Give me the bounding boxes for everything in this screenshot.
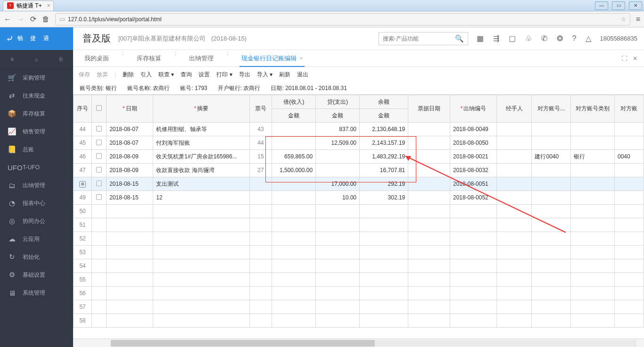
table-row[interactable]: 51 bbox=[74, 218, 644, 232]
table-row[interactable]: 442018-08-07机修用割锯、轴承等43837.002,130,648.1… bbox=[74, 123, 644, 136]
table-row[interactable]: 492018-08-151210.00302.192018-08-0052 bbox=[74, 191, 644, 205]
table-row[interactable]: 54 bbox=[74, 259, 644, 273]
close-icon[interactable]: × bbox=[47, 2, 50, 9]
col-oppshort[interactable]: 对方账 bbox=[614, 95, 644, 123]
col-debit-amt[interactable]: 金额 bbox=[272, 109, 316, 123]
message-icon[interactable]: ▢ bbox=[509, 34, 516, 43]
gear-icon[interactable]: ✲ bbox=[79, 181, 86, 188]
table-row[interactable]: 472018-08-09收款直接收款 海尚骊湾271,500,000.0016,… bbox=[74, 164, 644, 177]
task-icon[interactable]: ⇶ bbox=[493, 34, 499, 43]
row-checkbox[interactable] bbox=[96, 167, 102, 173]
sidebar-item[interactable]: ↻初始化 bbox=[0, 248, 73, 266]
calendar-icon[interactable]: ▦ bbox=[477, 34, 484, 43]
row-checkbox[interactable] bbox=[96, 181, 102, 186]
content-tab[interactable]: 出纳管理 bbox=[187, 50, 215, 67]
sidebar-item[interactable]: 📈销售管理 bbox=[0, 123, 73, 140]
back-icon[interactable]: ← bbox=[4, 15, 11, 24]
expand-icon[interactable]: ⎘ bbox=[59, 56, 63, 63]
trash-icon[interactable]: 🗑 bbox=[42, 15, 50, 24]
save-button[interactable]: 保存 bbox=[79, 71, 90, 79]
search-input[interactable] bbox=[383, 35, 455, 42]
close-button[interactable]: ✕ bbox=[629, 1, 642, 10]
browser-tab[interactable]: T 畅捷通 T+ × bbox=[3, 0, 54, 11]
table-row[interactable]: 53 bbox=[74, 246, 644, 259]
print-button[interactable]: 打印 ▾ bbox=[216, 71, 232, 79]
reload-icon[interactable]: ⟳ bbox=[30, 15, 36, 24]
close-all-icon[interactable]: ✕ bbox=[633, 55, 637, 62]
row-checkbox[interactable] bbox=[96, 194, 102, 200]
support-icon[interactable]: ❂ bbox=[557, 34, 563, 43]
table-row[interactable]: ✲2018-08-15支出测试17,000.00292.192018-08-00… bbox=[74, 177, 644, 191]
discard-button[interactable]: 放弃 bbox=[97, 71, 108, 79]
sidebar-item[interactable]: ⚙基础设置 bbox=[0, 266, 73, 284]
help-icon[interactable]: ? bbox=[572, 34, 577, 43]
link-button[interactable]: 联查 ▾ bbox=[158, 71, 174, 79]
export-button[interactable]: 导出 bbox=[239, 71, 250, 79]
col-seq[interactable]: 序号 bbox=[74, 95, 92, 123]
table-row[interactable]: 57 bbox=[74, 300, 644, 314]
sidebar-item[interactable]: 📦库存核算 bbox=[0, 105, 73, 123]
app-logo[interactable]: ⤶ 畅 捷 通 bbox=[0, 27, 73, 50]
refresh-button[interactable]: 刷新 bbox=[279, 71, 290, 79]
fullscreen-icon[interactable]: ⛶ bbox=[621, 55, 627, 62]
sidebar-item[interactable]: 🛒采购管理 bbox=[0, 69, 73, 87]
maximize-button[interactable]: ▭ bbox=[612, 1, 625, 10]
table-row[interactable]: 452018-08-07付刘海军报账4412,509.002,143,157.1… bbox=[74, 136, 644, 150]
table-row[interactable]: 50 bbox=[74, 205, 644, 218]
row-checkbox[interactable] bbox=[96, 153, 102, 159]
table-row[interactable]: 52 bbox=[74, 232, 644, 246]
table-row[interactable]: 56 bbox=[74, 287, 644, 300]
url-input[interactable]: ▭ 127.0.0.1/tplus/view/portal/portal.htm… bbox=[55, 13, 630, 25]
forward-icon[interactable]: → bbox=[17, 15, 25, 24]
sidebar-item[interactable]: ◎协同办公 bbox=[0, 212, 73, 230]
col-opptype[interactable]: 对方账号类别 bbox=[571, 95, 615, 123]
search-box[interactable]: 🔍 bbox=[379, 32, 468, 45]
col-balance[interactable]: 余额 bbox=[360, 95, 408, 109]
sidebar-item[interactable]: ⇄往来现金 bbox=[0, 87, 73, 105]
col-oppacct[interactable]: 对方账号... bbox=[532, 95, 571, 123]
content-tab[interactable]: 我的桌面 bbox=[83, 50, 111, 67]
sidebar-item[interactable]: 🖥系统管理 bbox=[0, 284, 73, 302]
menu-toggle-icon[interactable]: ≡ bbox=[10, 56, 14, 63]
sidebar-search-icon[interactable]: ⌕ bbox=[35, 56, 38, 63]
col-date[interactable]: *日期 bbox=[107, 95, 153, 123]
col-debit[interactable]: 借(收入) bbox=[272, 95, 316, 109]
table-row[interactable]: 58 bbox=[74, 314, 644, 328]
col-cashier[interactable]: *出纳编号 bbox=[450, 95, 497, 123]
minimize-button[interactable]: — bbox=[595, 1, 608, 10]
sidebar-item[interactable]: 🗂出纳管理 bbox=[0, 176, 73, 194]
row-checkbox[interactable] bbox=[96, 126, 102, 132]
sidebar-item[interactable]: ☁云应用 bbox=[0, 230, 73, 248]
sidebar-item[interactable]: UFOT-UFO bbox=[0, 158, 73, 176]
col-balance-amt[interactable]: 金额 bbox=[360, 109, 408, 123]
col-check[interactable] bbox=[92, 95, 107, 123]
query-button[interactable]: 查询 bbox=[181, 71, 192, 79]
row-checkbox[interactable] bbox=[96, 140, 102, 145]
tab-close-icon[interactable]: × bbox=[299, 55, 303, 62]
delete-button[interactable]: 删除 bbox=[123, 71, 134, 79]
phone-icon[interactable]: ✆ bbox=[541, 34, 547, 43]
journal-table[interactable]: 序号 *日期 *摘要 票号 借(收入) 贷(支出) 余额 票据日期 *出纳编号 … bbox=[73, 95, 644, 328]
col-credit-amt[interactable]: 金额 bbox=[316, 109, 360, 123]
star-icon[interactable]: ☆ bbox=[621, 16, 626, 23]
col-summary[interactable]: *摘要 bbox=[153, 95, 249, 123]
content-tab[interactable]: 现金银行日记账编辑× bbox=[239, 50, 305, 67]
settings-button[interactable]: 设置 bbox=[198, 71, 210, 79]
table-row[interactable]: 462018-08-09收天筑杭萧1#厂房余款165986...15659,86… bbox=[74, 150, 644, 164]
col-credit[interactable]: 贷(支出) bbox=[316, 95, 360, 109]
menu-icon[interactable]: ≡ bbox=[636, 15, 640, 24]
bell-icon[interactable]: ♧ bbox=[525, 34, 532, 43]
import-button[interactable]: 引入 bbox=[140, 71, 152, 79]
col-bill[interactable]: 票号 bbox=[249, 95, 272, 123]
col-handler[interactable]: 经手人 bbox=[497, 95, 532, 123]
sidebar-item[interactable]: ◔报表中心 bbox=[0, 194, 73, 212]
table-row[interactable]: 55 bbox=[74, 273, 644, 287]
search-icon[interactable]: 🔍 bbox=[455, 34, 464, 43]
user-icon[interactable]: △ bbox=[586, 34, 591, 43]
content-tab[interactable]: 库存核算 bbox=[135, 50, 163, 67]
col-billdate[interactable]: 票据日期 bbox=[408, 95, 450, 123]
importdata-button[interactable]: 导入 ▾ bbox=[257, 71, 272, 79]
exit-button[interactable]: 退出 bbox=[297, 71, 308, 79]
horizontal-scrollbar[interactable] bbox=[73, 339, 644, 347]
sidebar-item[interactable]: 📒总账 bbox=[0, 140, 73, 158]
